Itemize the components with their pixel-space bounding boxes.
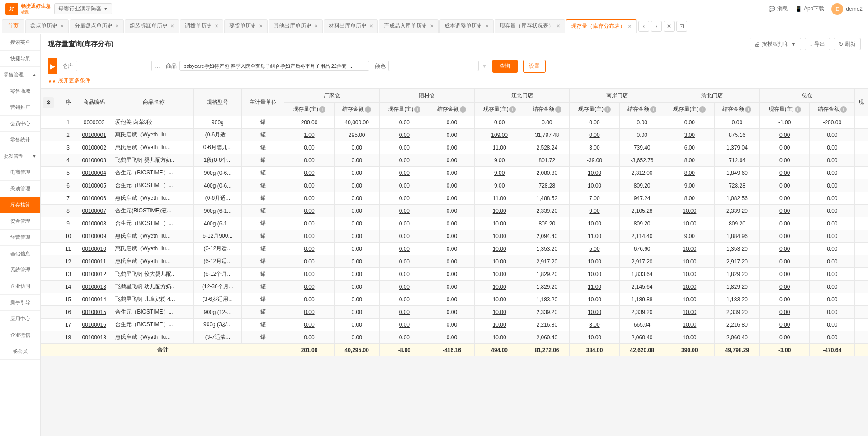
row-jb-qty[interactable]: 11.00 (474, 141, 524, 154)
row-cj-qty[interactable]: 0.00 (284, 179, 335, 192)
row-total-qty[interactable]: 0.00 (760, 331, 810, 344)
tab-7[interactable]: 材料出库单历史 ✕ (324, 19, 378, 33)
row-jb-qty[interactable]: 109.00 (474, 129, 524, 141)
row-cj-qty[interactable]: 0.00 (284, 268, 335, 281)
tab-5[interactable]: 要货单历史 ✕ (224, 19, 268, 33)
tab-close-all-btn[interactable]: ✕ (664, 21, 675, 32)
row-mc-qty[interactable]: 0.00 (379, 255, 429, 268)
row-cj-qty[interactable]: 0.00 (284, 319, 335, 331)
message-btn[interactable]: 💬 消息 (769, 5, 788, 13)
total-qty-info-icon[interactable]: i (795, 106, 801, 113)
row-total-qty[interactable]: 0.00 (760, 293, 810, 306)
row-jb-qty[interactable]: 9.00 (474, 179, 524, 192)
sidebar-item-mall[interactable]: 零售商城 (0, 83, 40, 99)
row-na-qty[interactable]: 10.00 (570, 306, 620, 319)
row-total-qty[interactable]: 0.00 (760, 192, 810, 205)
row-yb-qty[interactable]: 10.00 (665, 243, 715, 255)
row-jb-qty[interactable]: 10.00 (474, 331, 524, 344)
query-btn[interactable]: 查询 (492, 60, 518, 73)
row-mc-qty[interactable]: 0.00 (379, 116, 429, 129)
row-cj-qty[interactable]: 0.00 (284, 230, 335, 243)
th-settings[interactable]: ⚙ (41, 89, 61, 116)
row-code[interactable]: 00100001 (75, 129, 113, 141)
tab-next-btn[interactable]: › (651, 21, 662, 32)
sidebar-item-ecommerce[interactable]: 电商管理 (0, 164, 40, 181)
cj-qty-info-icon[interactable]: i (319, 106, 326, 113)
row-na-qty[interactable]: 0.00 (570, 129, 620, 141)
row-code[interactable]: 00100018 (75, 331, 113, 344)
row-code[interactable]: 00100006 (75, 192, 113, 205)
tab-2[interactable]: 分量盘点单历史 ✕ (70, 19, 124, 33)
row-na-qty[interactable]: 10.00 (570, 331, 620, 344)
sidebar-item-wechat[interactable]: 企业微信 (0, 327, 40, 343)
tab-prev-btn[interactable]: ‹ (638, 21, 649, 32)
row-mc-qty[interactable]: 0.00 (379, 306, 429, 319)
row-code[interactable]: 00100011 (75, 255, 113, 268)
print-btn[interactable]: 🖨 按模板打印 ▼ (750, 38, 801, 50)
app-download-btn[interactable]: 📱 App下载 (795, 5, 824, 13)
color-input[interactable] (388, 61, 479, 71)
row-yb-qty[interactable]: 6.00 (665, 141, 715, 154)
row-code[interactable]: 00100010 (75, 243, 113, 255)
tab-close-5[interactable]: ✕ (259, 23, 263, 28)
tab-close-10[interactable]: ✕ (557, 23, 560, 28)
sidebar-item-guide[interactable]: 新手引导 (0, 295, 40, 311)
row-code[interactable]: 00100008 (75, 217, 113, 230)
row-total-qty[interactable]: 0.00 (760, 255, 810, 268)
tab-close-1[interactable]: ✕ (60, 23, 64, 28)
row-mc-qty[interactable]: 0.00 (379, 331, 429, 344)
row-yb-qty[interactable]: 10.00 (665, 255, 715, 268)
tab-3[interactable]: 组装拆卸单历史 ✕ (125, 19, 179, 33)
row-yb-qty[interactable]: 10.00 (665, 293, 715, 306)
row-na-qty[interactable]: 11.00 (570, 281, 620, 293)
row-mc-qty[interactable]: 0.00 (379, 167, 429, 179)
row-mc-qty[interactable]: 0.00 (379, 230, 429, 243)
tab-close-7[interactable]: ✕ (369, 23, 373, 28)
sidebar-item-retail-stats[interactable]: 零售统计 (0, 132, 40, 148)
sidebar-item-finance[interactable]: 资金管理 (0, 213, 40, 230)
row-jb-qty[interactable]: 10.00 (474, 205, 524, 217)
row-jb-qty[interactable]: 10.00 (474, 217, 524, 230)
row-code[interactable]: 0000003 (75, 116, 113, 129)
row-total-qty[interactable]: 0.00 (760, 306, 810, 319)
row-total-qty[interactable]: 0.00 (760, 319, 810, 331)
row-mc-qty[interactable]: 0.00 (379, 293, 429, 306)
row-cj-qty[interactable]: 0.00 (284, 331, 335, 344)
tab-close-8[interactable]: ✕ (430, 23, 434, 28)
row-mc-qty[interactable]: 0.00 (379, 217, 429, 230)
na-qty-info-icon[interactable]: i (604, 106, 611, 113)
jb-qty-info-icon[interactable]: i (509, 106, 516, 113)
row-na-qty[interactable]: 10.00 (570, 179, 620, 192)
row-na-qty[interactable]: 10.00 (570, 167, 620, 179)
tab-11[interactable]: 现存量（库存分布表） ✕ (566, 19, 637, 33)
row-code[interactable]: 00100012 (75, 268, 113, 281)
row-cj-qty[interactable]: 0.00 (284, 141, 335, 154)
sidebar-item-system[interactable]: 系统管理 (0, 262, 40, 278)
row-yb-qty[interactable]: 0.00 (665, 116, 715, 129)
total-amt-info-icon[interactable]: i (840, 106, 847, 113)
row-jb-qty[interactable]: 10.00 (474, 230, 524, 243)
row-mc-qty[interactable]: 0.00 (379, 179, 429, 192)
sidebar-item-purchase[interactable]: 采购管理 (0, 181, 40, 197)
tab-expand-btn[interactable]: ⊡ (676, 21, 687, 32)
row-mc-qty[interactable]: 0.00 (379, 268, 429, 281)
row-mc-qty[interactable]: 0.00 (379, 192, 429, 205)
warehouse-input[interactable] (76, 61, 152, 71)
row-cj-qty[interactable]: 0.00 (284, 192, 335, 205)
row-cj-qty[interactable]: 0.00 (284, 281, 335, 293)
row-total-qty[interactable]: 0.00 (760, 141, 810, 154)
warehouse-ellipsis[interactable]: ... (155, 62, 160, 70)
row-cj-qty[interactable]: 0.00 (284, 205, 335, 217)
cj-amt-info-icon[interactable]: i (365, 106, 371, 113)
row-na-qty[interactable]: 10.00 (570, 293, 620, 306)
settings-btn[interactable]: 设置 (523, 60, 546, 73)
jb-amt-info-icon[interactable]: i (555, 106, 561, 113)
expand-conditions-btn[interactable]: ∨∨ 展开更多条件 (48, 77, 861, 84)
sidebar-item-wholesale[interactable]: 批发管理 ▼ (0, 148, 40, 164)
tab-4[interactable]: 调拨单历史 ✕ (180, 19, 223, 33)
tab-close-11[interactable]: ✕ (628, 24, 632, 29)
row-jb-qty[interactable]: 9.00 (474, 167, 524, 179)
row-jb-qty[interactable]: 10.00 (474, 293, 524, 306)
row-yb-qty[interactable]: 10.00 (665, 205, 715, 217)
tab-close-9[interactable]: ✕ (485, 23, 489, 28)
